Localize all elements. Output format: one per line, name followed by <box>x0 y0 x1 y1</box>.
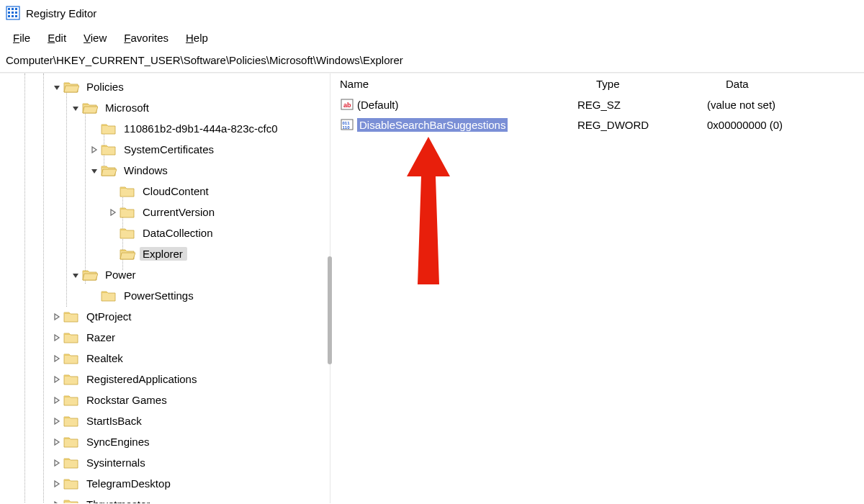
chevron-right-icon[interactable] <box>50 313 63 320</box>
folder-icon <box>120 227 135 240</box>
tree-label: Razer <box>84 330 120 344</box>
folder-icon <box>63 373 79 386</box>
tree-node-rockstar[interactable]: Rockstar Games <box>0 390 330 410</box>
value-type: REG_DWORD <box>577 119 707 131</box>
svg-rect-6 <box>15 12 17 14</box>
tree-node-powerset[interactable]: PowerSettings <box>0 285 330 306</box>
tree-node-realtek[interactable]: Realtek <box>0 348 330 369</box>
tree-label: CurrentVersion <box>140 205 219 219</box>
folder-icon <box>101 289 117 302</box>
svg-rect-9 <box>15 15 17 17</box>
svg-rect-8 <box>12 15 14 17</box>
tree-node-microsoft[interactable]: Microsoft <box>0 97 330 118</box>
chevron-right-icon[interactable] <box>50 355 63 362</box>
chevron-right-icon[interactable] <box>50 334 63 341</box>
chevron-right-icon[interactable] <box>50 438 63 446</box>
tree-node-regapps[interactable]: RegisteredApplications <box>0 369 330 390</box>
svg-rect-3 <box>15 8 17 10</box>
svg-rect-1 <box>8 8 10 10</box>
folder-icon <box>63 456 79 469</box>
tree-label: QtProject <box>84 310 136 323</box>
menu-view[interactable]: View <box>75 29 115 47</box>
tree-node-datacol[interactable]: DataCollection <box>0 222 330 243</box>
value-row[interactable]: ab(Default)REG_SZ(value not set) <box>334 94 864 114</box>
folder-icon <box>63 436 79 449</box>
list-header: Name Type Data <box>334 73 864 94</box>
chevron-right-icon[interactable] <box>50 501 63 504</box>
chevron-down-icon[interactable] <box>69 104 82 112</box>
folder-icon <box>82 269 98 282</box>
chevron-right-icon[interactable] <box>88 146 101 153</box>
value-row[interactable]: 011110DisableSearchBarSuggestionsREG_DWO… <box>334 114 864 135</box>
tree-node-qt[interactable]: QtProject <box>0 306 330 327</box>
folder-icon <box>63 394 79 407</box>
tree-node-cloud[interactable]: CloudContent <box>0 181 330 202</box>
tree-label: DataCollection <box>140 226 217 240</box>
chevron-down-icon[interactable] <box>50 84 63 91</box>
tree-label: Microsoft <box>102 101 153 114</box>
menu-favorites[interactable]: Favorites <box>115 29 177 47</box>
tree-label: 110861b2-d9b1-444a-823c-cfc0 <box>121 122 282 135</box>
tree-label: RegisteredApplications <box>84 372 201 386</box>
value-name: (Default) <box>357 99 399 111</box>
value-name: DisableSearchBarSuggestions <box>357 118 508 132</box>
tree-label: Power <box>102 268 140 282</box>
binary-value-icon: 011110 <box>340 117 354 132</box>
menu-help[interactable]: Help <box>177 29 217 47</box>
tree-node-sync[interactable]: SyncEngines <box>0 431 330 452</box>
svg-rect-4 <box>8 12 10 14</box>
value-data: (value not set) <box>707 99 864 111</box>
folder-icon <box>120 248 135 261</box>
chevron-right-icon[interactable] <box>50 397 63 404</box>
tree-label: Sysinternals <box>84 456 150 469</box>
chevron-right-icon[interactable] <box>50 459 63 467</box>
tree-pane[interactable]: PoliciesMicrosoft110861b2-d9b1-444a-823c… <box>0 73 330 503</box>
tree-label: PowerSettings <box>121 289 198 302</box>
tree-node-guid[interactable]: 110861b2-d9b1-444a-823c-cfc0 <box>0 118 330 139</box>
tree-node-windows[interactable]: Windows <box>0 160 330 181</box>
svg-rect-5 <box>12 12 14 14</box>
folder-icon <box>120 206 135 219</box>
value-type: REG_SZ <box>577 99 707 111</box>
tree-node-power[interactable]: Power <box>0 264 330 285</box>
string-value-icon: ab <box>340 97 354 112</box>
tree-label: Policies <box>84 80 128 94</box>
tree-node-curver[interactable]: CurrentVersion <box>0 202 330 222</box>
chevron-down-icon[interactable] <box>69 271 82 279</box>
tree-node-razer[interactable]: Razer <box>0 327 330 348</box>
tree-node-telegram[interactable]: TelegramDesktop <box>0 473 330 494</box>
tree-node-explorer[interactable]: Explorer <box>0 243 330 264</box>
col-name[interactable]: Name <box>340 78 596 90</box>
chevron-right-icon[interactable] <box>107 209 120 216</box>
menu-file[interactable]: File <box>4 29 39 47</box>
tree-label: CloudContent <box>140 184 213 198</box>
tree-label: StartIsBack <box>84 414 146 428</box>
chevron-right-icon[interactable] <box>50 480 63 487</box>
tree-node-thrust[interactable]: Thrustmaster <box>0 494 330 503</box>
splitter[interactable] <box>330 73 334 503</box>
address-bar[interactable]: Computer\HKEY_CURRENT_USER\Software\Poli… <box>0 50 864 73</box>
col-data[interactable]: Data <box>726 78 864 90</box>
tree-node-sysint[interactable]: Sysinternals <box>0 452 330 473</box>
folder-icon <box>120 185 135 198</box>
svg-text:ab: ab <box>343 102 351 109</box>
tree-node-syscert[interactable]: SystemCertificates <box>0 139 330 160</box>
folder-icon <box>63 352 79 365</box>
menubar: File Edit View Favorites Help <box>0 26 864 50</box>
svg-text:110: 110 <box>343 125 351 130</box>
tree-label: Rockstar Games <box>84 393 171 407</box>
folder-icon <box>63 415 79 428</box>
window-title: Registry Editor <box>26 7 96 19</box>
chevron-right-icon[interactable] <box>50 418 63 425</box>
tree-node-policies[interactable]: Policies <box>0 76 330 97</box>
tree-node-startisback[interactable]: StartIsBack <box>0 410 330 431</box>
menu-edit[interactable]: Edit <box>39 29 75 47</box>
main-split: PoliciesMicrosoft110861b2-d9b1-444a-823c… <box>0 73 864 503</box>
folder-icon <box>63 331 79 344</box>
values-pane: Name Type Data ab(Default)REG_SZ(value n… <box>334 73 864 503</box>
col-type[interactable]: Type <box>596 78 726 90</box>
chevron-down-icon[interactable] <box>88 167 101 174</box>
folder-icon <box>63 310 79 323</box>
chevron-right-icon[interactable] <box>50 376 63 383</box>
svg-rect-2 <box>12 8 14 10</box>
